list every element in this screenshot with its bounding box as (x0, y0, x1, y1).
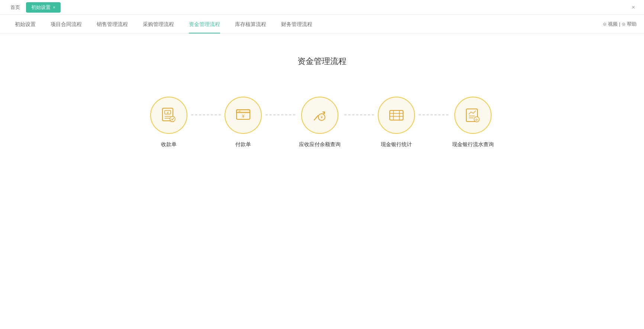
nav-bar: 初始设置 项目合同流程 销售管理流程 采购管理流程 资金管理流程 库存核算流程 … (0, 15, 644, 33)
top-bar-right: × (629, 4, 638, 11)
svg-text:¥: ¥ (242, 114, 245, 119)
cashbank-icon-circle (378, 97, 415, 134)
nav-item-inventory[interactable]: 库存核算流程 (228, 15, 274, 33)
nav-separator: | (619, 21, 620, 27)
svg-rect-8 (236, 110, 250, 113)
nav-item-initial[interactable]: 初始设置 (7, 15, 43, 33)
flow-item-payment[interactable]: ¥ 付款单 (225, 97, 262, 148)
flow-row: ¥ 收款单 ¥ (150, 97, 494, 148)
connector-2 (265, 114, 295, 130)
svg-text:¥: ¥ (166, 111, 169, 114)
tab-close-icon[interactable]: × (53, 2, 55, 13)
top-bar: 首页 初始设置 × × (0, 0, 644, 15)
page-title: 资金管理流程 (297, 56, 347, 67)
main-content: 资金管理流程 ¥ 收款单 (0, 33, 644, 329)
connector-3 (344, 114, 374, 130)
cashflow-icon: ⊕ (464, 106, 482, 125)
flow-item-balance[interactable]: ¥ 应收应付余额查询 (299, 97, 341, 148)
balance-label: 应收应付余额查询 (299, 141, 341, 148)
payment-icon-circle: ¥ (225, 97, 262, 134)
flow-item-cashflow[interactable]: ⊕ 现金银行流水查询 (452, 97, 494, 148)
nav-item-sales[interactable]: 销售管理流程 (89, 15, 135, 33)
payment-icon: ¥ (234, 106, 252, 125)
nav-item-capital[interactable]: 资金管理流程 (181, 15, 228, 33)
cashbank-icon (387, 106, 406, 125)
connector-4 (419, 114, 448, 130)
home-tab[interactable]: 首页 (6, 0, 25, 15)
cashflow-icon-circle: ⊕ (454, 97, 492, 134)
svg-text:¥: ¥ (320, 115, 323, 119)
active-tab-label: 初始设置 (31, 2, 51, 13)
flow-item-cashbank[interactable]: 现金银行统计 (378, 97, 415, 148)
payment-label: 付款单 (235, 141, 251, 148)
connector-1 (191, 114, 221, 130)
receipt-label: 收款单 (161, 141, 177, 148)
balance-icon-circle: ¥ (301, 97, 338, 134)
nav-item-purchase[interactable]: 采购管理流程 (135, 15, 181, 33)
active-tab[interactable]: 初始设置 × (26, 2, 61, 13)
video-link[interactable]: ⊙ 视频 (603, 21, 618, 28)
window-close-button[interactable]: × (629, 4, 638, 11)
svg-rect-13 (390, 110, 403, 120)
flow-item-receipt[interactable]: ¥ 收款单 (150, 97, 187, 148)
cashbank-label: 现金银行统计 (381, 141, 412, 148)
nav-right: ⊙ 视频 | ⊙ 帮助 (603, 21, 637, 28)
balance-icon: ¥ (310, 106, 329, 125)
help-link[interactable]: ⊙ 帮助 (622, 21, 637, 28)
receipt-icon: ¥ (160, 106, 178, 125)
nav-item-project[interactable]: 项目合同流程 (43, 15, 89, 33)
svg-text:⊕: ⊕ (475, 118, 478, 122)
receipt-icon-circle: ¥ (150, 97, 187, 134)
svg-point-5 (170, 116, 175, 122)
nav-item-finance[interactable]: 财务管理流程 (274, 15, 320, 33)
cashflow-label: 现金银行流水查询 (452, 141, 494, 148)
